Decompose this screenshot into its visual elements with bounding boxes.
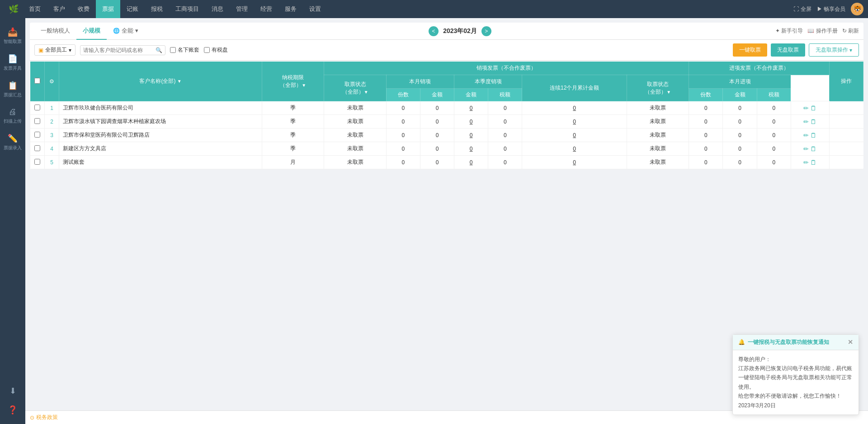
nav-tax[interactable]: 报税 [145, 0, 169, 18]
row-sm-count: 0 [386, 129, 420, 142]
row-client-name: 新建区方方文具店 [59, 142, 262, 156]
nav-operation[interactable]: 经营 [254, 0, 278, 18]
row-s12-amount: 0 [522, 142, 627, 156]
row-client-name: 卫辉市保和堂医药有限公司卫辉路店 [59, 129, 262, 142]
view-icon[interactable]: 🗒 [810, 105, 816, 112]
edit-icon[interactable]: ✏ [803, 118, 809, 125]
notification-scroll[interactable]: 尊敬的用户：江苏政务网已恢复访问电子税务局功能，易代账一键登陆电子税务局与无盘取… [733, 350, 859, 414]
sidebar-label-invoice-summary: 票据汇总 [4, 92, 22, 98]
col-pm-count: 份数 [689, 89, 723, 101]
nav-message[interactable]: 消息 [205, 0, 230, 18]
nav-menu: 首页 客户 收费 票据 记账 报税 工商项目 消息 管理 经营 服务 设置 [23, 0, 793, 18]
employee-filter[interactable]: ▣ 全部员工 ▾ [34, 44, 75, 56]
view-icon[interactable]: 🗒 [810, 132, 816, 139]
row-checkbox[interactable] [34, 105, 40, 110]
nav-invoice[interactable]: 票据 [96, 0, 120, 18]
nav-fee[interactable]: 收费 [71, 0, 96, 18]
tab-general-taxpayer[interactable]: 一般纳税人 [34, 23, 76, 40]
sidebar-item-invoice-entry[interactable]: ✏️ 票据录入 [0, 129, 25, 156]
period-prev-btn[interactable]: < [429, 26, 439, 36]
search-icon[interactable]: 🔍 [156, 47, 162, 53]
sidebar-item-invoice-summary[interactable]: 📋 票据汇总 [0, 76, 25, 103]
row-purch-status: 未取票 [627, 156, 689, 169]
row-sales-status: 未取票 [324, 142, 386, 156]
no-disk-op-label: 无盘取票操作 [816, 46, 848, 54]
my-account-filter[interactable]: 名下账套 [170, 46, 199, 54]
table-row: 2 卫辉市汲水镇下园调查烟草木种植家庭农场 季 未取票 0 0 0 0 0 未取… [30, 115, 863, 129]
nav-home[interactable]: 首页 [23, 0, 47, 18]
header-section: 一般纳税人 小规模 🌐 全能 ▾ < 2023年02月 > ✦ 新手引导 📖 操… [30, 23, 863, 61]
row-checkbox[interactable] [34, 145, 40, 151]
fullscreen-btn[interactable]: ⛶ 全屏 [793, 5, 811, 13]
sidebar-label-smart-ticket: 智能取票 [4, 38, 22, 45]
edit-icon[interactable]: ✏ [803, 145, 809, 152]
tab-small-scale[interactable]: 小规模 [76, 23, 107, 40]
view-icon[interactable]: 🗒 [810, 118, 816, 125]
help-icon: ❓ [8, 405, 18, 415]
row-pm-tax: 0 [757, 115, 791, 129]
nav-manage[interactable]: 管理 [230, 0, 254, 18]
row-sq-amount: 0 [454, 129, 488, 142]
col-purchase-status: 取票状态（全部）▼ [627, 75, 689, 101]
select-all-checkbox[interactable] [34, 78, 40, 84]
nav-settings[interactable]: 设置 [303, 0, 327, 18]
edit-icon[interactable]: ✏ [803, 132, 809, 139]
tax-policy-link[interactable]: 税务政策 [36, 414, 58, 421]
sidebar-item-invoice-open[interactable]: 📄 发票开具 [0, 49, 25, 76]
view-icon[interactable]: 🗒 [810, 159, 816, 166]
row-pm-count: 0 [689, 115, 723, 129]
row-checkbox[interactable] [34, 118, 40, 124]
tax-disk-checkbox[interactable] [204, 47, 210, 53]
period-next-btn[interactable]: > [481, 26, 491, 36]
no-disk-btn[interactable]: 无盘取票 [771, 43, 805, 57]
sidebar-item-help[interactable]: ❓ [8, 400, 18, 419]
scan-upload-icon: 🖨 [9, 107, 17, 117]
quick-links: ✦ 新手引导 📖 操作手册 ↻ 刷新 [775, 27, 859, 35]
view-icon[interactable]: 🗒 [810, 145, 816, 152]
period-display: 2023年02月 [443, 27, 477, 35]
nav-bookkeeping[interactable]: 记账 [120, 0, 145, 18]
settings-icon[interactable]: ⚙ [49, 78, 54, 85]
refresh-link[interactable]: ↻ 刷新 [842, 27, 859, 35]
search-input[interactable] [83, 47, 156, 53]
row-sales-status: 未取票 [324, 129, 386, 142]
my-account-checkbox[interactable] [170, 47, 176, 53]
notification-close-btn[interactable]: ✕ [848, 338, 853, 346]
table-row: 5 测试账套 月 未取票 0 0 0 0 0 未取票 0 0 0 ✏ 🗒 [30, 156, 863, 169]
sidebar-item-scan-upload[interactable]: 🖨 扫描上传 [0, 103, 25, 129]
table-container: ⚙ 客户名称(全部) ▼ 纳税期限（全部）▼ 销项发票（不合作废票） 进项发票（… [30, 61, 863, 169]
row-num: 4 [45, 142, 59, 156]
row-pm-count: 0 [689, 142, 723, 156]
row-checkbox[interactable] [34, 159, 40, 165]
col-client-name: 客户名称(全部) ▼ [59, 62, 262, 101]
new-guide-link[interactable]: ✦ 新手引导 [775, 27, 803, 35]
notification-line: 给您带来的不便敬请谅解，祝您工作愉快！ [738, 391, 853, 400]
row-period: 季 [262, 129, 324, 142]
sidebar-item-download[interactable]: ⬇ [8, 381, 18, 400]
member-btn[interactable]: ▶ 畅享会员 [817, 5, 845, 13]
nav-business[interactable]: 工商项目 [169, 0, 205, 18]
one-key-btn[interactable]: 一键取票 [733, 43, 767, 57]
row-sq-tax: 0 [488, 129, 522, 142]
no-disk-op-btn[interactable]: 无盘取票操作 ▾ [809, 43, 859, 57]
col-pm-amount: 金额 [723, 89, 757, 101]
col-sales-status: 取票状态（全部）▼ [324, 75, 386, 101]
sidebar-item-smart-ticket[interactable]: 📥 智能取票 [0, 23, 25, 49]
edit-icon[interactable]: ✏ [803, 159, 809, 166]
nav-service[interactable]: 服务 [278, 0, 303, 18]
row-pm-tax: 0 [757, 129, 791, 142]
sidebar: 📥 智能取票 📄 发票开具 📋 票据汇总 🖨 扫描上传 ✏️ 票据录入 ⬇ ❓ [0, 18, 25, 424]
nav-client[interactable]: 客户 [47, 0, 71, 18]
tab-all[interactable]: 🌐 全能 ▾ [107, 23, 145, 40]
manual-link[interactable]: 📖 操作手册 [807, 27, 837, 35]
tab-bar: 一般纳税人 小规模 🌐 全能 ▾ < 2023年02月 > ✦ 新手引导 📖 操… [30, 23, 863, 40]
tax-disk-filter[interactable]: 有税盘 [204, 46, 228, 54]
row-client-name: 卫辉市汲水镇下园调查烟草木种植家庭农场 [59, 115, 262, 129]
col-operation: 操作 [829, 62, 863, 101]
row-pm-amount: 0 [723, 115, 757, 129]
tab-general-taxpayer-label: 一般纳税人 [41, 27, 70, 35]
edit-icon[interactable]: ✏ [803, 105, 809, 112]
row-checkbox[interactable] [34, 132, 40, 138]
avatar[interactable]: 🐯 [851, 3, 863, 15]
tab-all-label: 全能 [122, 27, 133, 35]
